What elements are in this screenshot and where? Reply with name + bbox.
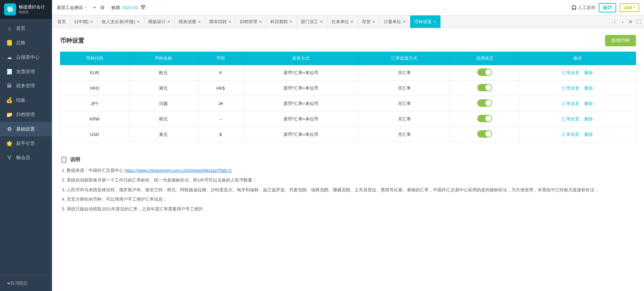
- sidebar-item-label: 首页: [16, 26, 25, 32]
- col-calc: 折算方式: [243, 52, 358, 65]
- tab-home[interactable]: 首页: [53, 15, 70, 28]
- sidebar-item-tax[interactable]: 🏛 税务管理: [0, 79, 52, 93]
- cell-code: EUR: [60, 65, 129, 81]
- sidebar-item-settings[interactable]: ⚙ 基础设置: [0, 122, 52, 136]
- tab-close-icon[interactable]: ✕: [433, 19, 436, 24]
- note-item-1: 数据来源：中国外汇交易中心 https://www.chinamoney.com…: [67, 167, 636, 174]
- tab-close-icon[interactable]: ✕: [372, 19, 375, 24]
- rate-setting-link[interactable]: 汇率设置: [562, 70, 579, 75]
- tab-template[interactable]: 模版设计 ✕: [144, 15, 175, 28]
- note-icon: 📋: [60, 156, 67, 163]
- sidebar-item-reports[interactable]: ☁ 云报表中心: [0, 50, 52, 64]
- iam-badge[interactable]: iAM *: [620, 3, 639, 12]
- cell-symbol: €: [198, 65, 244, 81]
- tab-stock[interactable]: 存货 ✕: [358, 15, 380, 28]
- cell-calc: 原币*汇率=本位币: [243, 111, 358, 127]
- add-icon[interactable]: ＋: [92, 4, 97, 11]
- sidebar-item-archive[interactable]: 📁 归档管理: [0, 107, 52, 122]
- period-info: 账期 2023-03 📅: [111, 5, 146, 11]
- sidebar-item-guide[interactable]: 🌟 新手引导: [0, 136, 52, 151]
- accounting-badge[interactable]: 会计: [599, 3, 616, 12]
- col-rate-method: 汇率设置方式: [358, 52, 450, 65]
- sidebar-item-label: 畅会员: [16, 155, 30, 161]
- tab-close-icon[interactable]: ✕: [259, 19, 262, 24]
- tab-label: £(中期): [74, 19, 89, 25]
- sidebar-pin-toggle[interactable]: ◄取消固定: [0, 275, 52, 291]
- tab-subject[interactable]: 科目期初 ✕: [266, 15, 297, 28]
- topbar-right: 🎧 人工咨询 会计 iAM *: [571, 3, 639, 12]
- headset-icon: 🎧: [571, 5, 577, 10]
- tab-nav-prev[interactable]: ‹: [610, 15, 619, 28]
- rate-setting-link[interactable]: 汇率设置: [562, 101, 579, 106]
- tab-dept[interactable]: 部门员工 ✕: [297, 15, 327, 28]
- support-button[interactable]: 🎧 人工咨询: [571, 5, 595, 11]
- enable-toggle[interactable]: [477, 68, 492, 76]
- company-label: 基层工会测试: [57, 5, 83, 11]
- tab-close-all[interactable]: ✕: [627, 15, 635, 28]
- sidebar-item-home[interactable]: ⌂ 首页: [0, 21, 52, 36]
- tab-expand[interactable]: ⛶: [635, 15, 643, 28]
- guide-icon: 🌟: [6, 140, 13, 147]
- sidebar-item-member[interactable]: V 畅会员: [0, 151, 52, 165]
- delete-link[interactable]: 删除: [584, 70, 593, 75]
- tab-currency[interactable]: 币种设置 ✕: [410, 15, 441, 28]
- note-header: 📋 说明: [60, 156, 636, 163]
- delete-link[interactable]: 删除: [584, 101, 593, 106]
- rate-setting-link[interactable]: 汇率设置: [562, 86, 579, 91]
- cell-code: USD: [60, 127, 129, 142]
- company-name[interactable]: 基层工会测试 ▾: [57, 5, 87, 11]
- tab-period-end[interactable]: 期末结转 ✕: [205, 15, 236, 28]
- sidebar-item-invoice[interactable]: 🧾 发票管理: [0, 64, 52, 79]
- app-edition: 旗舰版: [19, 10, 45, 14]
- delete-link[interactable]: 删除: [584, 116, 593, 122]
- tab-close-icon[interactable]: ✕: [320, 19, 323, 24]
- enable-toggle[interactable]: [477, 99, 492, 107]
- tab-label: 部门员工: [301, 19, 318, 25]
- tab-taxbook[interactable]: 税表清册 ✕: [175, 15, 205, 28]
- tab-balance[interactable]: £(中期) ✕: [70, 15, 98, 28]
- delete-link[interactable]: 删除: [584, 86, 593, 91]
- tab-close-icon[interactable]: ✕: [198, 19, 201, 24]
- tab-close-icon[interactable]: ✕: [167, 19, 170, 24]
- tab-close-icon[interactable]: ✕: [350, 19, 354, 24]
- tab-partner[interactable]: 往来单位 ✕: [327, 15, 358, 28]
- dropdown-arrow[interactable]: ▾: [85, 5, 87, 10]
- rate-setting-link[interactable]: 汇率设置: [562, 116, 579, 122]
- enable-toggle[interactable]: [477, 115, 492, 122]
- sidebar-item-checkout[interactable]: 💰 结账: [0, 93, 52, 107]
- cell-calc: 原币*汇率=本位币: [243, 127, 358, 142]
- cell-code: JPY: [60, 96, 129, 111]
- sidebar-item-ledger[interactable]: 📒 总账: [0, 36, 52, 50]
- tab-label: 期末结转: [209, 19, 227, 25]
- tab-income[interactable]: 收入支出表(年报) ✕: [98, 15, 144, 28]
- tab-close-icon[interactable]: ✕: [402, 19, 406, 24]
- tab-close-icon[interactable]: ✕: [289, 19, 292, 24]
- sidebar-item-label: 基础设置: [16, 126, 35, 132]
- tab-close-icon[interactable]: ✕: [228, 19, 231, 24]
- cell-action: 汇率设置 删除: [519, 96, 636, 111]
- cell-action: 汇率设置 删除: [519, 65, 636, 81]
- col-symbol: 币符: [198, 52, 244, 65]
- period-value: 2023-03: [122, 5, 138, 10]
- note-link[interactable]: https://www.chinamoney.com.cn/chinese/bk…: [125, 168, 232, 173]
- gear-icon[interactable]: ⚙: [100, 4, 105, 11]
- enable-toggle[interactable]: [477, 130, 492, 138]
- topbar-actions: ＋ ⚙: [92, 4, 105, 11]
- note-item-2: 系统自动获取每月第一个工作日的汇率标价，统一为直接标价法，即1外币可以兑换的人民…: [67, 177, 636, 184]
- tab-close-icon[interactable]: ✕: [137, 19, 140, 24]
- tab-nav-next[interactable]: ›: [619, 15, 627, 28]
- tab-archive[interactable]: 归档管理 ✕: [236, 15, 266, 28]
- cell-action: 汇率设置 删除: [519, 127, 636, 142]
- cell-name: 欧元: [129, 65, 198, 81]
- tab-close-icon[interactable]: ✕: [90, 19, 93, 24]
- sidebar-item-label: 归档管理: [16, 112, 35, 118]
- col-code: 币种代码: [60, 52, 129, 65]
- rate-setting-link[interactable]: 汇率设置: [562, 132, 579, 137]
- tab-unit[interactable]: 计量单位 ✕: [380, 15, 410, 28]
- tab-label: 往来单位: [331, 19, 349, 25]
- cell-status: [450, 127, 519, 142]
- delete-link[interactable]: 删除: [584, 132, 593, 137]
- new-currency-button[interactable]: 新增币种: [605, 35, 636, 46]
- enable-toggle[interactable]: [477, 84, 492, 91]
- calendar-icon[interactable]: 📅: [140, 5, 146, 10]
